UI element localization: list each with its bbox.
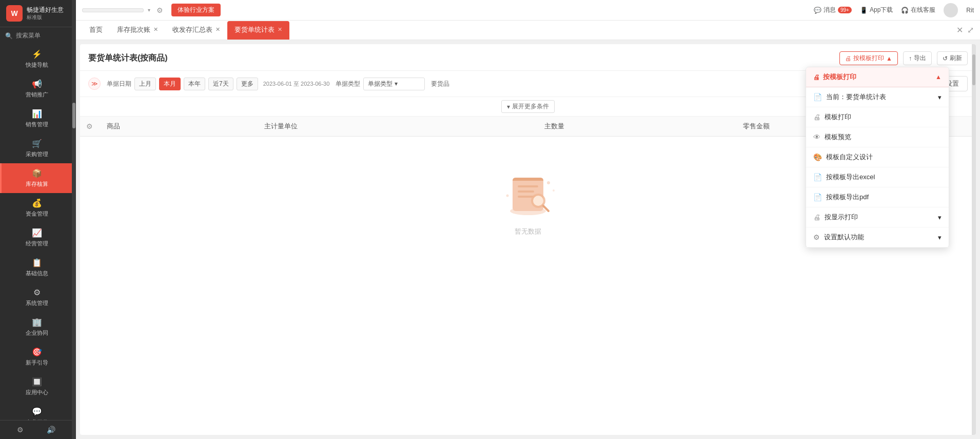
guide-icon: 🎯 [32,347,42,357]
sidebar-item-app-center[interactable]: 🔲 应用中心 [0,372,72,402]
date-btn-last-month[interactable]: 上月 [134,78,156,90]
sidebar-search-menu[interactable]: 🔍 搜索菜单 [0,27,72,44]
date-btn-this-month[interactable]: 本月 [159,78,181,90]
order-type-chevron: ▾ [395,80,398,87]
sidebar-item-enterprise-wechat[interactable]: 💬 企业微信 [0,402,72,420]
sidebar-item-quick-nav[interactable]: ⚡ 快捷导航 [0,44,72,74]
date-btn-more[interactable]: 更多 [237,78,258,90]
set-default-label: 设置默认功能 [824,233,864,242]
dropdown-item-export-pdf[interactable]: 📄 按模板导出pdf [806,187,949,207]
window-close-icon[interactable]: ✕ [956,25,963,35]
date-filter-group: 单据日期 上月 本月 本年 近7天 更多 2023-06-01 至 2023-0… [107,78,329,90]
tab-receipts-summary[interactable]: 收发存汇总表 ✕ [165,21,227,40]
sidebar-settings-btn[interactable]: ⚙ [17,426,24,434]
order-type-placeholder: 单据类型 [368,80,393,88]
sidebar-item-basic-info[interactable]: 📋 基础信息 [0,253,72,282]
message-icon: 💬 [814,7,821,14]
tab-home-label: 首页 [89,25,103,34]
order-type-select[interactable]: 单据类型 ▾ [363,78,425,90]
search-label: 搜索菜单 [16,31,41,40]
tab-receipts-summary-close[interactable]: ✕ [215,26,220,33]
online-service-button[interactable]: 🎧 在线客服 [901,6,935,14]
sidebar-audio-btn[interactable]: 🔊 [47,426,55,434]
sidebar-item-purchase[interactable]: 🛒 采购管理 [0,133,72,163]
svg-rect-3 [518,190,534,193]
dropdown-header: 🖨 按模板打印 ▲ [806,67,949,87]
export-excel-label: 按模板导出excel [826,173,875,182]
column-settings-icon[interactable]: ⚙ [86,122,93,130]
topbar-dropdown-icon[interactable]: ▾ [148,7,150,13]
app-name: 畅捷通好生意 [27,6,64,14]
expand-more-icon: ▾ [507,103,510,110]
sidebar-item-finance[interactable]: 💰 资金管理 [0,193,72,223]
marketing-label: 营销推广 [26,91,48,99]
operation-icon: 📈 [32,228,42,238]
topbar-right: 💬 消息 99+ 📱 App下载 🎧 在线客服 Rit [814,3,974,17]
date-btn-7days[interactable]: 近7天 [208,78,233,90]
template-print-item-icon: 🖨 [813,113,820,121]
dropdown-item-template-preview[interactable]: 👁 模板预览 [806,127,949,147]
topbar-gear-icon[interactable]: ⚙ [156,6,163,14]
dropdown-current-item[interactable]: 📄 当前：要货单统计表 ▾ [806,87,949,107]
dropdown-title-label: 按模板打印 [823,72,856,82]
purchase-icon: 🛒 [32,139,42,148]
tab-batch-account-close[interactable]: ✕ [153,26,158,33]
user-avatar[interactable] [944,3,958,17]
sidebar-item-inventory[interactable]: 📦 库存核算 [0,163,72,193]
dropdown-item-template-print[interactable]: 🖨 模板打印 [806,107,949,127]
logo-icon: W [6,5,23,22]
template-print-button[interactable]: 🖨 按模板打印 ▲ [839,51,898,65]
set-default-chevron: ▾ [938,234,942,241]
app-center-icon: 🔲 [32,377,42,387]
dropdown-header-chevron[interactable]: ▲ [935,73,942,81]
export-label: 导出 [914,54,926,63]
dropdown-item-template-design[interactable]: 🎨 模板自定义设计 [806,147,949,167]
download-icon: 📱 [860,7,868,14]
svg-point-6 [533,196,543,206]
export-pdf-icon: 📄 [813,193,822,201]
sidebar-item-enterprise[interactable]: 🏢 企业协同 [0,312,72,342]
app-version: 标准版 [27,14,64,21]
expand-filter-button[interactable]: ≫ [88,78,101,90]
inventory-label: 库存核算 [26,180,48,188]
finance-label: 资金管理 [26,210,48,218]
right-scrollbar[interactable] [972,44,976,435]
sidebar-item-marketing[interactable]: 📢 营销推广 [0,74,72,104]
tab-batch-account[interactable]: 库存批次账 ✕ [110,21,165,40]
display-print-left: 🖨 按显示打印 [813,213,858,222]
app-download-button[interactable]: 📱 App下载 [860,6,893,14]
right-scroll-thumb [972,54,975,85]
service-icon: 🎧 [901,7,909,14]
enterprise-wechat-icon: 💬 [32,407,42,416]
topbar-search-box[interactable] [82,8,144,12]
industry-solution-button[interactable]: 体验行业方案 [171,4,221,16]
date-btn-this-year[interactable]: 本年 [184,78,205,90]
svg-rect-2 [518,185,538,187]
dropdown-item-display-print[interactable]: 🖨 按显示打印 ▾ [806,207,949,227]
expand-more-label: 展开更多条件 [512,102,549,111]
sidebar-item-guide[interactable]: 🎯 新手引导 [0,342,72,372]
printer-icon: 🖨 [845,55,851,62]
dropdown-current-left: 📄 当前：要货单统计表 [813,92,886,102]
sidebar-item-operation[interactable]: 📈 经营管理 [0,223,72,253]
basic-info-label: 基础信息 [26,270,48,277]
dropdown-item-export-excel[interactable]: 📄 按模板导出excel [806,167,949,187]
message-button[interactable]: 💬 消息 99+ [814,6,852,14]
operation-label: 经营管理 [26,240,48,247]
window-maximize-icon[interactable]: ⤢ [967,25,974,35]
refresh-icon: ↺ [943,55,948,62]
tab-bar: 首页 库存批次账 ✕ 收发存汇总表 ✕ 要货单统计表 ✕ ✕ ⤢ [76,21,980,40]
tab-order-stats-label: 要货单统计表 [234,25,275,34]
export-button[interactable]: ↑ 导出 [903,51,932,65]
dropdown-item-set-default[interactable]: ⚙ 设置默认功能 ▾ [806,227,949,247]
expand-more-button[interactable]: ▾ 展开更多条件 [501,100,555,113]
enterprise-icon: 🏢 [32,317,42,327]
marketing-icon: 📢 [32,79,42,89]
tab-order-stats[interactable]: 要货单统计表 ✕ [227,21,289,40]
tab-home[interactable]: 首页 [82,21,110,40]
tab-order-stats-close[interactable]: ✕ [278,26,282,33]
sidebar-item-system[interactable]: ⚙ 系统管理 [0,282,72,312]
sidebar-item-sales[interactable]: 📊 销售管理 [0,104,72,133]
sidebar-scrollbar[interactable] [72,0,76,439]
refresh-button[interactable]: ↺ 刷新 [937,51,968,65]
